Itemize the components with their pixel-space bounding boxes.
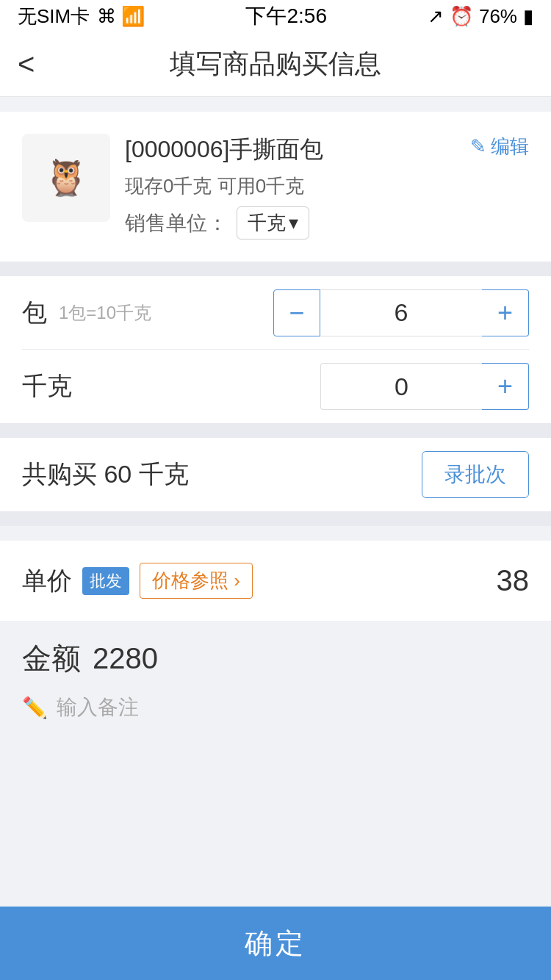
- unit-label: 销售单位：: [125, 209, 228, 237]
- wifi-icon: ⌘ 📶: [97, 5, 145, 28]
- batch-button[interactable]: 录批次: [422, 451, 529, 498]
- separator-2: [0, 423, 551, 438]
- edit-icon: ✎: [470, 135, 486, 158]
- bag-hint: 1包=10千克: [59, 301, 151, 325]
- bag-quantity-input[interactable]: [320, 289, 482, 336]
- price-section: 单价 批发 价格参照 › 38: [0, 541, 551, 621]
- product-info: [0000006]手撕面包 现存0千克 可用0千克 销售单位： 千克 ▾: [125, 134, 529, 239]
- edit-button[interactable]: ✎ 编辑: [470, 134, 529, 159]
- kg-input-row: 千克 +: [22, 350, 529, 423]
- total-text: 共购买 60 千克: [22, 458, 189, 491]
- status-bar: 无SIM卡 ⌘ 📶 下午2:56 ↗ ⏰ 76% ▮: [0, 0, 551, 32]
- bag-controls: − +: [273, 289, 529, 336]
- input-section: 包 1包=10千克 − + 千克 +: [0, 276, 551, 423]
- product-card: 🦉 [0000006]手撕面包 现存0千克 可用0千克 销售单位： 千克 ▾ ✎…: [0, 112, 551, 262]
- back-button[interactable]: <: [18, 48, 35, 81]
- separator-1: [0, 262, 551, 276]
- price-value: 38: [497, 564, 530, 597]
- note-placeholder: 输入备注: [57, 693, 139, 721]
- product-image: 🦉: [22, 134, 110, 222]
- page-title: 填写商品购买信息: [170, 46, 381, 82]
- kg-controls: +: [320, 363, 529, 410]
- note-row[interactable]: ✏️ 输入备注: [22, 693, 529, 721]
- status-left: 无SIM卡 ⌘ 📶: [18, 4, 145, 29]
- bag-plus-button[interactable]: +: [482, 289, 529, 336]
- amount-row: 金额 2280: [22, 638, 529, 679]
- bag-label: 包: [22, 296, 47, 330]
- price-left: 单价 批发 价格参照 ›: [22, 563, 253, 599]
- kg-quantity-input[interactable]: [320, 363, 482, 410]
- battery-icon: ▮: [523, 5, 533, 28]
- confirm-button[interactable]: 确定: [0, 907, 551, 980]
- product-unit-row: 销售单位： 千克 ▾: [125, 206, 529, 239]
- amount-value: 2280: [93, 642, 158, 675]
- location-icon: ↗: [428, 5, 444, 28]
- bag-input-row: 包 1包=10千克 − +: [22, 276, 529, 350]
- price-tag: 批发: [82, 567, 129, 595]
- amount-section: 金额 2280 ✏️ 输入备注: [0, 621, 551, 729]
- unit-value: 千克: [248, 210, 286, 236]
- amount-label: 金额: [22, 638, 81, 679]
- price-label: 单价: [22, 564, 72, 598]
- pencil-icon: ✏️: [22, 696, 48, 720]
- nav-bar: < 填写商品购买信息: [0, 32, 551, 97]
- kg-label: 千克: [22, 370, 72, 403]
- bag-minus-button[interactable]: −: [273, 289, 320, 336]
- product-name: [0000006]手撕面包: [125, 134, 529, 166]
- alarm-icon: ⏰: [450, 5, 473, 28]
- battery-text: 76%: [479, 5, 517, 28]
- bag-label-group: 包 1包=10千克: [22, 296, 151, 330]
- kg-plus-button[interactable]: +: [482, 363, 529, 410]
- unit-dropdown[interactable]: 千克 ▾: [237, 206, 309, 239]
- product-logo: 🦉: [44, 157, 88, 198]
- dropdown-arrow: ▾: [289, 212, 298, 234]
- status-time: 下午2:56: [245, 2, 327, 30]
- total-section: 共购买 60 千克 录批次: [0, 438, 551, 511]
- product-stock: 现存0千克 可用0千克: [125, 173, 529, 199]
- edit-label: 编辑: [491, 134, 529, 159]
- carrier-text: 无SIM卡: [18, 4, 90, 29]
- price-ref-button[interactable]: 价格参照 ›: [140, 563, 253, 599]
- separator-3: [0, 511, 551, 526]
- status-right: ↗ ⏰ 76% ▮: [428, 5, 533, 28]
